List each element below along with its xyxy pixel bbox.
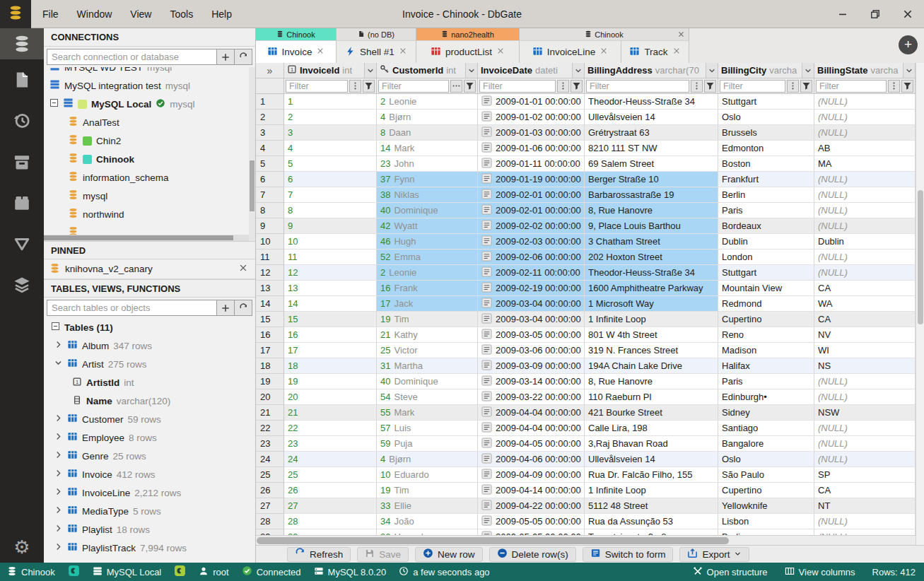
toolbar-delete-row-s--button[interactable]: Delete row(s) bbox=[489, 547, 576, 562]
cell-billingstate[interactable]: (NULL) bbox=[814, 94, 916, 110]
cell-invoiceid[interactable]: 19 bbox=[284, 374, 377, 389]
restore-button[interactable] bbox=[869, 8, 882, 20]
cell-billingcity[interactable]: Lisbon bbox=[718, 514, 814, 529]
close-tab-icon[interactable] bbox=[600, 47, 608, 57]
cell-billingaddress[interactable]: Tauentzienstraße 8 bbox=[585, 529, 718, 535]
cell-billingaddress[interactable]: 9, Place Louis Barthou bbox=[585, 218, 718, 234]
connections-search-input[interactable] bbox=[47, 49, 217, 65]
cell-invoicedate[interactable]: 2009-02-02 00:00:00 bbox=[478, 218, 585, 234]
cell-customerid[interactable]: 19Tim bbox=[377, 312, 478, 327]
activity-archive-icon[interactable] bbox=[0, 141, 44, 182]
cell-billingcity[interactable]: Sidney bbox=[718, 405, 814, 421]
row-number[interactable]: 7 bbox=[256, 187, 284, 203]
cell-billingcity[interactable]: Stuttgart bbox=[718, 265, 814, 281]
new-tab-button[interactable]: + bbox=[899, 35, 918, 54]
cell-billingaddress[interactable]: Rua Dr. Falcão Filho, 155 bbox=[585, 467, 718, 483]
cell-invoiceid[interactable]: 28 bbox=[284, 514, 377, 529]
dots-vertical-icon[interactable] bbox=[691, 80, 703, 93]
minimize-button[interactable] bbox=[836, 8, 849, 20]
cell-note-icon[interactable] bbox=[481, 438, 492, 450]
activity-database-icon[interactable] bbox=[0, 28, 44, 59]
cell-billingaddress[interactable]: 319 N. Frances Street bbox=[585, 343, 718, 358]
row-number[interactable]: 29 bbox=[256, 529, 284, 535]
table-item-name[interactable]: Namevarchar(120) bbox=[44, 392, 255, 410]
column-menu-button[interactable] bbox=[572, 63, 584, 78]
funnel-icon[interactable] bbox=[571, 80, 583, 93]
table-item-customer[interactable]: Customer59 rows bbox=[44, 410, 255, 428]
cell-billingstate[interactable]: NV bbox=[814, 327, 916, 343]
cell-billingcity[interactable]: Yellowknife bbox=[718, 498, 814, 514]
funnel-icon[interactable] bbox=[800, 80, 812, 93]
connection-item-mysql-local[interactable]: MySQL Localmysql bbox=[44, 95, 255, 113]
cell-invoicedate[interactable]: 2009-01-01 00:00:00 bbox=[478, 94, 585, 110]
cell-invoicedate[interactable]: 2009-04-06 00:00:00 bbox=[478, 452, 585, 467]
cell-invoiceid[interactable]: 25 bbox=[284, 467, 377, 483]
cell-billingaddress[interactable]: Ullevålsveien 14 bbox=[585, 452, 718, 467]
funnel-icon[interactable] bbox=[704, 80, 716, 93]
table-item-playlisttrack[interactable]: PlaylistTrack7,994 rows bbox=[44, 539, 255, 557]
table-item-employee[interactable]: Employee8 rows bbox=[44, 428, 255, 447]
cell-billingstate[interactable]: SP bbox=[814, 467, 916, 483]
row-number[interactable]: 3 bbox=[256, 125, 284, 141]
cell-billingaddress[interactable]: Grétrystraat 63 bbox=[585, 125, 718, 141]
cell-note-icon[interactable] bbox=[481, 298, 492, 310]
cell-billingstate[interactable]: (NULL) bbox=[814, 187, 916, 203]
cell-note-icon[interactable] bbox=[481, 453, 492, 466]
cell-billingstate[interactable]: (NULL) bbox=[814, 374, 916, 389]
cell-billingaddress[interactable]: 1600 Amphitheatre Parkway bbox=[585, 281, 718, 296]
table-item-album[interactable]: Album347 rows bbox=[44, 336, 255, 355]
tab-shell-1[interactable]: Shell #1 bbox=[337, 40, 416, 63]
cell-billingstate[interactable]: (NULL) bbox=[814, 172, 916, 187]
connection-item-mysql-wd-test[interactable]: MYSQL WD TESTmysql bbox=[44, 67, 255, 76]
cell-billingaddress[interactable]: Barbarossastraße 19 bbox=[585, 187, 718, 203]
cell-note-icon[interactable] bbox=[481, 375, 492, 388]
toolbar-switch-to-form-button[interactable]: Switch to form bbox=[583, 547, 674, 562]
connection-item-chinook[interactable]: Chinook bbox=[44, 150, 255, 168]
refresh-connections-button[interactable] bbox=[235, 49, 252, 65]
row-number[interactable]: 1 bbox=[256, 94, 284, 110]
cell-customerid[interactable]: 8Daan bbox=[377, 125, 478, 141]
cell-billingstate[interactable]: (NULL) bbox=[814, 265, 916, 281]
filter-input[interactable] bbox=[586, 80, 689, 93]
row-number[interactable]: 28 bbox=[256, 514, 284, 529]
scrollbar-thumb[interactable] bbox=[250, 160, 255, 211]
cell-billingaddress[interactable]: Ullevålsveien 14 bbox=[585, 110, 718, 125]
cell-billingstate[interactable]: (NULL) bbox=[814, 452, 916, 467]
cell-note-icon[interactable] bbox=[481, 158, 492, 170]
cell-invoicedate[interactable]: 2009-04-09 00:00:00 bbox=[478, 467, 585, 483]
activity-settings-gear[interactable]: ⚙ bbox=[0, 536, 44, 558]
activity-history-icon[interactable] bbox=[0, 100, 44, 141]
cell-customerid[interactable]: 14Mark bbox=[377, 141, 478, 156]
cell-invoicedate[interactable]: 2009-01-03 00:00:00 bbox=[478, 125, 585, 141]
cell-customerid[interactable]: 25Victor bbox=[377, 343, 478, 358]
menu-view[interactable]: View bbox=[130, 8, 151, 20]
connections-horizontal-scrollbar[interactable] bbox=[44, 235, 255, 241]
close-tab-icon[interactable] bbox=[399, 47, 407, 57]
cell-billingaddress[interactable]: 202 Hoxton Street bbox=[585, 250, 718, 265]
cell-billingcity[interactable]: Mountain View bbox=[718, 281, 814, 296]
row-number[interactable]: 22 bbox=[256, 421, 284, 436]
cell-billingaddress[interactable]: Theodor-Heuss-Straße 34 bbox=[585, 265, 718, 281]
cell-invoiceid[interactable]: 5 bbox=[284, 156, 377, 172]
cell-billingcity[interactable]: Cupertino bbox=[718, 483, 814, 498]
cell-invoiceid[interactable]: 22 bbox=[284, 421, 377, 436]
cell-invoiceid[interactable]: 18 bbox=[284, 358, 377, 374]
status-chip[interactable] bbox=[174, 565, 186, 579]
cell-billingcity[interactable]: Bangalore bbox=[718, 436, 814, 452]
cell-note-icon[interactable] bbox=[481, 500, 492, 512]
cell-billingaddress[interactable]: 421 Bourke Street bbox=[585, 405, 718, 421]
chevron-right-icon[interactable] bbox=[54, 505, 63, 517]
cell-billingcity[interactable]: Madison bbox=[718, 343, 814, 358]
cell-customerid[interactable]: 54Steve bbox=[377, 389, 478, 405]
cell-invoiceid[interactable]: 7 bbox=[284, 187, 377, 203]
dots-vertical-icon[interactable] bbox=[557, 80, 569, 93]
cell-billingcity[interactable]: Dublin bbox=[718, 234, 814, 250]
cell-customerid[interactable]: 40Dominique bbox=[377, 374, 478, 389]
close-tab-icon[interactable] bbox=[316, 47, 324, 57]
row-number[interactable]: 5 bbox=[256, 156, 284, 172]
status-chinook[interactable]: Chinook bbox=[7, 566, 55, 578]
toolbar-refresh-button[interactable]: Refresh bbox=[287, 547, 351, 562]
cell-billingcity[interactable]: Paris bbox=[718, 374, 814, 389]
cell-customerid[interactable]: 17Jack bbox=[377, 296, 478, 312]
cell-invoicedate[interactable]: 2009-05-05 00:00:00 bbox=[478, 529, 585, 535]
